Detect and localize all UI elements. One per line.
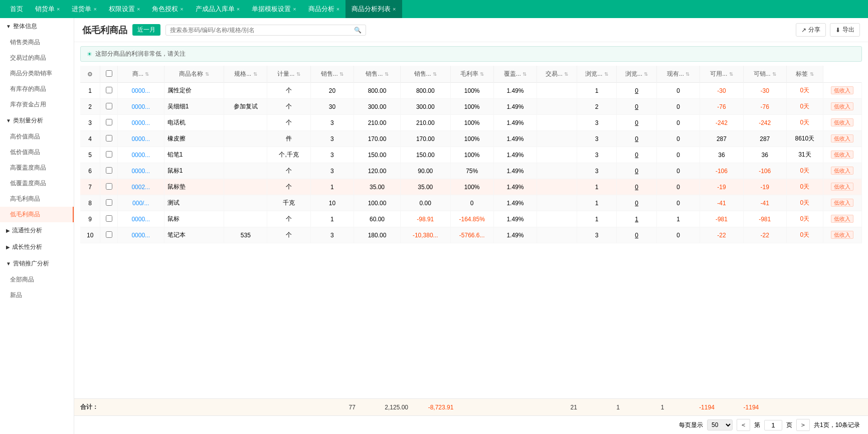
browse1-link[interactable]: 0 [635,232,638,239]
row-checkbox[interactable] [100,131,118,147]
nav-item-产成品入库单[interactable]: 产成品入库单 × [190,0,246,18]
col-header-[interactable] [100,66,118,83]
nav-close-icon[interactable]: × [93,6,96,12]
row-select[interactable] [106,135,112,141]
nav-close-icon[interactable]: × [293,6,296,12]
sidebar-group-0[interactable]: ▼整体信息 [0,18,74,35]
nav-close-icon[interactable]: × [336,6,339,12]
col-header-毛利率[interactable]: 毛利率 ⇅ [450,66,493,83]
per-page-select[interactable]: 50 20 100 [707,419,733,430]
sidebar-item-库存资金占用[interactable]: 库存资金占用 [0,97,74,112]
row-select[interactable] [106,215,112,222]
row-select[interactable] [106,183,112,190]
col-header-可用...[interactable]: 可用... ⇅ [700,66,743,83]
sidebar-item-有库存的商品[interactable]: 有库存的商品 [0,81,74,97]
col-header-浏览...[interactable]: 浏览... ⇅ [577,66,617,83]
sort-icon[interactable]: ⇅ [205,71,209,77]
sort-icon[interactable]: ⇅ [810,71,814,77]
nav-item-商品分析列表[interactable]: 商品分析列表 × [345,0,402,18]
browse1-link[interactable]: 0 [635,119,638,126]
sidebar-item-商品分类助销率[interactable]: 商品分类助销率 [0,66,74,81]
page-input[interactable] [764,420,782,430]
col-header-销售...[interactable]: 销售... ⇅ [354,66,401,83]
filter-button[interactable]: 近一月 [132,24,160,36]
share-button[interactable]: ↗ 分享 [796,23,826,37]
sidebar-group-2[interactable]: ▶流通性分析 [0,222,74,239]
row-checkbox[interactable] [100,115,118,131]
browse1-link[interactable]: 0 [635,103,638,110]
settings-icon[interactable]: ⚙ [87,71,93,78]
nav-item-单据模板设置[interactable]: 单据模板设置 × [246,0,302,18]
next-page-button[interactable]: ＞ [796,419,810,431]
browse1-link[interactable]: 0 [635,168,638,175]
row-checkbox[interactable] [100,179,118,195]
col-header-商品名称[interactable]: 商品名称 ⇅ [164,66,224,83]
prev-page-button[interactable]: ＜ [737,419,750,431]
col-header-规格...[interactable]: 规格... ⇅ [224,66,267,83]
sidebar-group-3[interactable]: ▶成长性分析 [0,239,74,255]
col-header-销售...[interactable]: 销售... ⇅ [310,66,354,83]
row-select[interactable] [106,167,112,174]
sidebar-item-交易过的商品[interactable]: 交易过的商品 [0,50,74,66]
sidebar-item-低价值商品[interactable]: 低价值商品 [0,144,74,160]
sidebar-item-高覆盖度商品[interactable]: 高覆盖度商品 [0,160,74,176]
row-select[interactable] [106,87,112,93]
row-select[interactable] [106,199,112,206]
nav-item-权限设置[interactable]: 权限设置 × [103,0,146,18]
browse1-link[interactable]: 0 [635,184,638,191]
row-select[interactable] [106,151,112,158]
sort-icon[interactable]: ⇅ [339,71,343,77]
browse1-link[interactable]: 0 [635,135,638,142]
sidebar-item-新品[interactable]: 新品 [0,287,74,303]
col-header-交易...[interactable]: 交易... ⇅ [537,66,577,83]
sort-icon[interactable]: ⇅ [433,71,437,77]
nav-close-icon[interactable]: × [137,6,140,12]
sort-icon[interactable]: ⇅ [604,71,608,77]
nav-item-角色授权[interactable]: 角色授权 × [146,0,189,18]
sidebar-item-低覆盖度商品[interactable]: 低覆盖度商品 [0,176,74,191]
browse1-link[interactable]: 0 [635,200,638,207]
col-header-现有...[interactable]: 现有... ⇅ [657,66,700,83]
sort-icon[interactable]: ⇅ [523,71,527,77]
browse1-link[interactable]: 1 [635,216,638,223]
col-header-可销...[interactable]: 可销... ⇅ [743,66,786,83]
row-checkbox[interactable] [100,83,118,99]
sidebar-item-高毛利商品[interactable]: 高毛利商品 [0,191,74,207]
nav-close-icon[interactable]: × [237,6,240,12]
row-select[interactable] [106,103,112,109]
sort-icon[interactable]: ⇅ [145,71,149,77]
nav-item-进货单[interactable]: 进货单 × [66,0,102,18]
col-header-⚙[interactable]: ⚙ [80,66,100,83]
select-all-checkbox[interactable] [106,70,112,77]
sidebar-item-高价值商品[interactable]: 高价值商品 [0,129,74,144]
sort-icon[interactable]: ⇅ [685,71,689,77]
sort-icon[interactable]: ⇅ [729,71,733,77]
row-select[interactable] [106,231,112,238]
search-input[interactable] [170,27,354,34]
sidebar-group-1[interactable]: ▼类别量分析 [0,112,74,129]
sort-icon[interactable]: ⇅ [644,71,648,77]
row-select[interactable] [106,119,112,125]
sort-icon[interactable]: ⇅ [564,71,568,77]
sort-icon[interactable]: ⇅ [385,71,389,77]
nav-item-商品分析[interactable]: 商品分析 × [302,0,345,18]
row-checkbox[interactable] [100,163,118,179]
sort-icon[interactable]: ⇅ [480,71,484,77]
col-header-商...[interactable]: 商... ⇅ [117,66,164,83]
nav-close-icon[interactable]: × [57,6,60,12]
nav-close-icon[interactable]: × [393,6,396,12]
nav-item-销货单[interactable]: 销货单 × [29,0,66,18]
export-button[interactable]: ⬇ 导出 [830,23,860,37]
sort-icon[interactable]: ⇅ [296,71,300,77]
row-checkbox[interactable] [100,99,118,115]
sidebar-item-全部商品[interactable]: 全部商品 [0,272,74,287]
col-header-计量...[interactable]: 计量... ⇅ [267,66,310,83]
sidebar-item-低毛利商品[interactable]: 低毛利商品 [0,207,74,222]
nav-item-首页[interactable]: 首页 [4,0,29,18]
row-checkbox[interactable] [100,195,118,211]
row-checkbox[interactable] [100,147,118,163]
table-container[interactable]: ⚙商... ⇅商品名称 ⇅规格... ⇅计量... ⇅销售... ⇅销售... … [74,66,868,398]
nav-close-icon[interactable]: × [180,6,183,12]
col-header-浏览...[interactable]: 浏览... ⇅ [617,66,657,83]
col-header-销售...[interactable]: 销售... ⇅ [400,66,450,83]
